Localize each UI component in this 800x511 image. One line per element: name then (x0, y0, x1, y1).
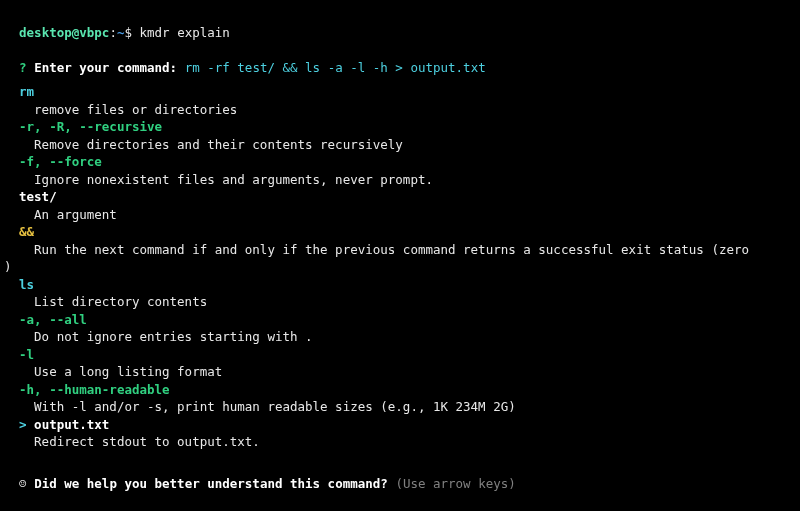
explain-desc: remove files or directories (4, 101, 796, 119)
explain-term: -r, -R, --recursive (4, 118, 796, 136)
feedback-question: Did we help you better understand this c… (34, 476, 388, 491)
explain-term: -l (4, 346, 796, 364)
explain-term: ls (4, 276, 796, 294)
explanation-list: rmremove files or directories-r, -R, --r… (4, 83, 796, 451)
enter-command-line[interactable]: ? Enter your command: rm -rf test/ && ls… (4, 41, 796, 76)
explain-term-text: && (19, 224, 34, 239)
explain-term: -f, --force (4, 153, 796, 171)
explain-term-text: output.txt (34, 417, 109, 432)
explain-term-text: ls (19, 277, 34, 292)
enter-command-label: Enter your command: (34, 60, 177, 75)
explain-term-text: -l (19, 347, 34, 362)
explain-desc: Use a long listing format (4, 363, 796, 381)
feedback-question-line: ☺ Did we help you better understand this… (4, 458, 796, 493)
explain-desc: List directory contents (4, 293, 796, 311)
typed-command: kmdr explain (140, 25, 230, 40)
explain-term: test/ (4, 188, 796, 206)
explain-desc: Do not ignore entries starting with . (4, 328, 796, 346)
question-mark-icon: ? (19, 60, 27, 75)
explain-term: && (4, 223, 796, 241)
explain-desc: Ignore nonexistent files and arguments, … (4, 171, 796, 189)
prompt-colon: : (109, 25, 117, 40)
explain-term: -a, --all (4, 311, 796, 329)
explain-desc: An argument (4, 206, 796, 224)
feedback-icon: ☺ (19, 476, 27, 491)
explain-term-text: -a, --all (19, 312, 87, 327)
explain-desc: ) (4, 258, 796, 276)
explain-term: > output.txt (4, 416, 796, 434)
entered-command: rm -rf test/ && ls -a -l -h > output.txt (185, 60, 486, 75)
explain-term-text: -r, -R, --recursive (19, 119, 162, 134)
prompt-line[interactable]: desktop@vbpc:~$ kmdr explain (4, 6, 796, 41)
redirect-icon: > (19, 417, 34, 432)
explain-term-text: test/ (19, 189, 57, 204)
feedback-selected-line[interactable]: ❯ Skip & Exit (4, 493, 796, 512)
explain-desc: Redirect stdout to output.txt. (4, 433, 796, 451)
prompt-user-host: desktop@vbpc (19, 25, 109, 40)
explain-term: -h, --human-readable (4, 381, 796, 399)
explain-term-text: -h, --human-readable (19, 382, 170, 397)
explain-desc: With -l and/or -s, print human readable … (4, 398, 796, 416)
explain-term-text: rm (19, 84, 34, 99)
explain-term: rm (4, 83, 796, 101)
explain-term-text: -f, --force (19, 154, 102, 169)
explain-desc: Run the next command if and only if the … (4, 241, 796, 259)
feedback-hint: (Use arrow keys) (395, 476, 515, 491)
explain-desc: Remove directories and their contents re… (4, 136, 796, 154)
prompt-dollar: $ (124, 25, 132, 40)
